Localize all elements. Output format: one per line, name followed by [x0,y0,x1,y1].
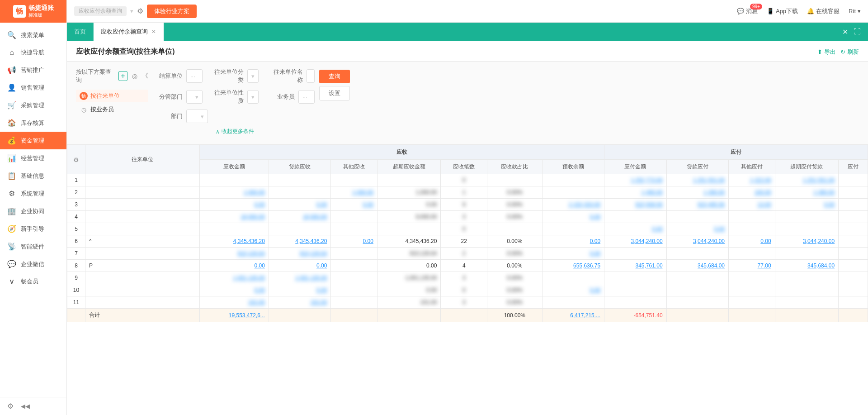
sidebar-item-marketing[interactable]: 📢 营销推广 [0,61,66,79]
sidebar-item-capital[interactable]: 💰 资金管理 [0,132,66,149]
sidebar-item-label: 新手引导 [21,225,44,233]
refresh-button[interactable]: ↻ 刷新 [840,48,859,56]
filter-label-partner-category: 往来单位分类 [212,68,244,84]
filter-input-salesperson[interactable]: ··· [298,90,315,104]
filter-right: 结算单位 ··· 往来单位分类 ▾ [156,68,350,138]
filter-input-settlement[interactable]: ··· [186,69,203,83]
sidebar-item-label: 资金管理 [21,137,44,145]
breadcrumb-chevron-icon: ▾ [130,8,133,14]
system-icon: ⚙ [7,189,16,198]
sidebar-item-label: 系统管理 [21,190,44,198]
scheme-item-by-partner[interactable]: 畅 按往来单位 [76,90,148,102]
scheme-item-by-salesperson[interactable]: ◷ 按业务员 [76,103,148,116]
tab-close-action-icon[interactable]: ✕ [842,28,848,36]
table-row: 100.000.000.0000.00%0.00 [67,284,868,296]
total-ar-prepaid[interactable]: 6,417,215.... [542,309,604,322]
purchase-icon: 🛒 [7,101,16,110]
tab-close-icon[interactable]: ✕ [151,29,156,35]
app-download-button[interactable]: 📱 App下载 [767,7,798,15]
sidebar-item-search[interactable]: 🔍 搜索菜单 [0,26,66,44]
th-ap-amount: 应付金额 [604,160,666,174]
filter-label-partner-name: 往来单位名称 [268,68,303,84]
filter-scheme-panel: 按以下方案查询 + ◎ 《 畅 按往来单位 ◷ 按业务员 [76,68,148,138]
breadcrumb-area: 应收应付余额查询 ▾ ⚙ 体验行业方案 [74,5,731,18]
header-settings-icon[interactable]: ⚙ [137,7,143,15]
sidebar-item-system[interactable]: ⚙ 系统管理 [0,185,66,202]
sidebar-item-member[interactable]: V 畅会员 [0,273,66,290]
th-settings: ⚙ [67,145,85,174]
sidebar-collapse-icon[interactable]: ◀◀ [21,403,30,410]
row-num: 1 [67,174,85,186]
tab-bar: 首页 应收应付余额查询 ✕ ✕ ⛶ [67,23,868,41]
sidebar-item-basic-info[interactable]: 📋 基础信息 [0,167,66,185]
filter-input-partner-nature[interactable]: ▾ [247,90,259,104]
row-num: 10 [67,284,85,296]
filter-field-settlement: 结算单位 ··· [156,69,203,83]
page-header: 应收应付余额查询(按往来单位) ⬆ 导出 ↻ 刷新 [67,41,868,62]
sidebar-item-smart-hw[interactable]: 📡 智能硬件 [0,238,66,255]
filter-input-department[interactable]: ▾ [186,110,208,123]
filter-circle-icon[interactable]: ◎ [132,72,137,80]
th-ap-group: 应付 [604,145,868,160]
online-service-label: 在线客服 [816,7,840,15]
table-row: 11152.00152.00101.0030.00% [67,296,868,309]
sidebar-item-guide[interactable]: 🧭 新手引导 [0,220,66,238]
total-ar-ratio: 100.00% [487,309,542,322]
online-service-icon: 🔔 [807,8,814,14]
user-name: Rit [849,8,856,14]
logo-icon: 畅 [13,5,26,18]
filter-input-partner-category[interactable]: ▾ [247,69,259,83]
total-ar-amount[interactable]: 19,553,472,6... [199,309,269,322]
row-num: 5 [67,223,85,235]
row-partner [85,272,200,284]
sidebar-settings-icon[interactable]: ⚙ [7,402,14,410]
dots-icon-2: ··· [302,94,307,100]
row-num: 7 [67,248,85,260]
sidebar-item-label: 快捷导航 [21,48,44,57]
smart-hw-icon: 📡 [7,242,16,251]
table-row: 8P0.000.000.0040.00%655,636.75345,761.00… [67,260,868,272]
table-row: 7810,126.64810,126.64810,126.6420.00%0.0… [67,248,868,260]
filter-input-dept[interactable]: ▾ [186,90,203,104]
sidebar-item-quick-nav[interactable]: ⌂ 快捷导航 [0,44,66,61]
filter-area: 按以下方案查询 + ◎ 《 畅 按往来单位 ◷ 按业务员 [67,62,868,145]
row-num: 11 [67,296,85,309]
enterprise-icon: 🏢 [7,207,16,215]
row-partner [85,248,200,260]
user-area[interactable]: Rit ▾ [849,8,861,14]
collapse-label: 收起更多条件 [222,128,254,135]
filter-input-partner-name[interactable] [307,69,315,83]
messages-button[interactable]: 💬 消息 99+ [737,7,758,15]
filter-add-button[interactable]: + [118,71,127,81]
total-ap-overdue [775,309,839,322]
th-ar-ratio: 应收款占比 [487,160,542,174]
export-button[interactable]: ⬆ 导出 [817,48,836,56]
promo-button[interactable]: 体验行业方案 [147,5,197,18]
filter-collapse-left-icon[interactable]: 《 [142,72,148,80]
tab-home[interactable]: 首页 [67,23,94,41]
collapse-filter-button[interactable]: ∧ 收起更多条件 [156,125,315,138]
tab-home-label: 首页 [74,28,86,36]
tab-ar-ap[interactable]: 应收应付余额查询 ✕ [94,23,164,41]
sidebar-item-sales[interactable]: 👤 销售管理 [0,79,66,96]
filter-label-department: 部门 [156,112,183,120]
table-settings-icon[interactable]: ⚙ [73,156,79,163]
total-ap-col [839,309,868,322]
sidebar-item-operations[interactable]: 📊 经营管理 [0,149,66,167]
filter-field-dept: 分管部门 ▾ [156,90,203,104]
app-download-icon: 📱 [767,8,774,14]
row-partner [85,284,200,296]
guide-icon: 🧭 [7,224,16,233]
tab-fullscreen-icon[interactable]: ⛶ [854,28,861,36]
sidebar-item-purchase[interactable]: 🛒 采购管理 [0,96,66,114]
settings-button[interactable]: 设置 [319,86,350,100]
total-empty-4 [377,309,441,322]
logo-area: 畅 畅捷通账 标准版 [0,0,66,23]
sidebar-item-inventory[interactable]: 🏠 库存核算 [0,114,66,132]
sidebar-item-wx[interactable]: 💬 企业微信 [0,255,66,273]
page-content: 应收应付余额查询(按往来单位) ⬆ 导出 ↻ 刷新 [67,41,868,415]
sidebar-item-enterprise[interactable]: 🏢 企业协同 [0,202,66,220]
query-button[interactable]: 查询 [319,70,350,83]
row-num: 3 [67,199,85,211]
online-service-button[interactable]: 🔔 在线客服 [807,7,840,15]
